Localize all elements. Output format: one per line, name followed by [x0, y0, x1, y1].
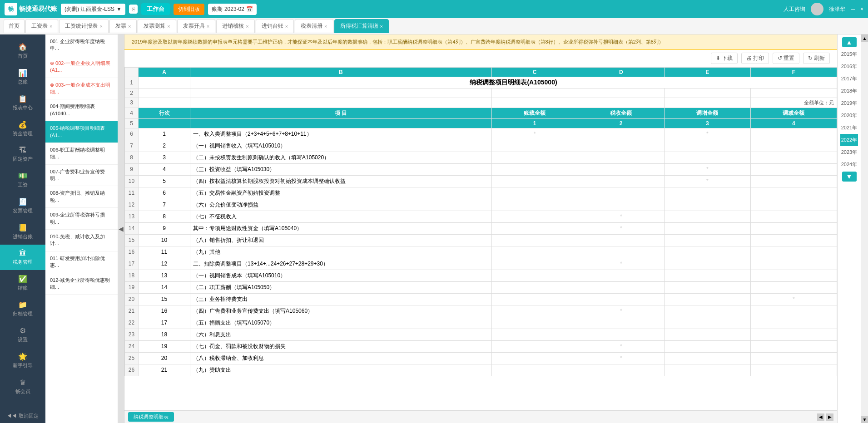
cell-d-11[interactable]: [578, 187, 664, 199]
cell-c-17[interactable]: [491, 258, 578, 270]
year-item-2019年[interactable]: 2019年: [840, 97, 858, 109]
cell-f-9[interactable]: [750, 163, 837, 175]
tab-income-tax[interactable]: 所得税汇算清缴 ×: [334, 19, 389, 33]
cell-d-10[interactable]: [578, 175, 664, 187]
cell-a-17[interactable]: 12: [139, 258, 190, 270]
cell-d-18[interactable]: [578, 270, 664, 281]
cell-d-15[interactable]: [578, 234, 664, 246]
cell-d-26[interactable]: [578, 364, 664, 376]
year-item-2015年[interactable]: 2015年: [840, 48, 858, 60]
year-item-2022年[interactable]: 2022年: [840, 134, 858, 146]
cell-d-20[interactable]: [578, 293, 664, 305]
cell-f-16[interactable]: [750, 246, 837, 258]
cell-b-15[interactable]: （八）销售折扣、折让和退回: [190, 234, 491, 246]
year-item-2018年[interactable]: 2018年: [840, 85, 858, 97]
cell-f-23[interactable]: [750, 329, 837, 340]
cell-a-23[interactable]: 18: [139, 329, 190, 340]
cell-c-26[interactable]: [491, 364, 578, 376]
company-selector[interactable]: (勿删) 江西股金-LSS ▼: [61, 4, 125, 15]
sidebar-item-invoice-mgmt[interactable]: 🧾 发票管理: [0, 193, 45, 219]
cell-b-18[interactable]: （一）视同销售成本（填写A105010）: [190, 270, 491, 281]
cell-a-15[interactable]: 10: [139, 234, 190, 246]
sidebar-item-tax[interactable]: 🏛 税务管理: [0, 245, 45, 270]
cell-d-21[interactable]: *: [578, 305, 664, 317]
cell-a-7[interactable]: 2: [139, 140, 190, 152]
year-item-2017年[interactable]: 2017年: [840, 73, 858, 85]
cell-a-24[interactable]: 19: [139, 340, 190, 352]
cell-e-17[interactable]: [664, 258, 750, 270]
sidebar-item-ledger[interactable]: 📊 总账: [0, 64, 45, 90]
list-item-001[interactable]: 001-企业所得税年度纳税申...: [45, 34, 118, 56]
cell-a-9[interactable]: 4: [139, 163, 190, 175]
cell-e-20[interactable]: [664, 293, 750, 305]
sidebar-item-archive[interactable]: 📁 归档管理: [0, 296, 45, 322]
cell-f-26[interactable]: [750, 364, 837, 376]
cell-f-6[interactable]: [750, 128, 837, 140]
cell-f-21[interactable]: [750, 305, 837, 317]
list-item-007[interactable]: 007-广告费和业务宣传费明...: [45, 165, 118, 187]
cell-c-15[interactable]: [491, 234, 578, 246]
sidebar-item-member[interactable]: ♛ 畅会员: [0, 374, 45, 399]
sidebar-item-close-books[interactable]: ✅ 结账: [0, 270, 45, 296]
cell-a-18[interactable]: 13: [139, 270, 190, 281]
year-item-2020年[interactable]: 2020年: [840, 109, 858, 122]
cell-e-9[interactable]: *: [664, 163, 750, 175]
cell-c-10[interactable]: [491, 175, 578, 187]
cell-f-12[interactable]: [750, 199, 837, 211]
cell-e-15[interactable]: [664, 234, 750, 246]
cell-c-23[interactable]: [491, 329, 578, 340]
tab-invoice-issue[interactable]: 发票开具 ×: [177, 19, 215, 33]
tab-invoice-issue-close[interactable]: ×: [207, 24, 209, 29]
cell-f-14[interactable]: [750, 222, 837, 234]
support-link[interactable]: 人工咨询: [784, 5, 805, 13]
window-minimize[interactable]: ─: [851, 6, 855, 12]
cell-d-24[interactable]: *: [578, 340, 664, 352]
panel-collapse-button[interactable]: ◀: [118, 34, 124, 423]
tab-invoice-calc[interactable]: 发票测算 ×: [138, 19, 176, 33]
cell-f-18[interactable]: [750, 270, 837, 281]
cell-b-20[interactable]: （三）业务招待费支出: [190, 293, 491, 305]
cell-e-12[interactable]: [664, 199, 750, 211]
cell-b-13[interactable]: （七）不征税收入: [190, 211, 491, 222]
cell-a-8[interactable]: 3: [139, 152, 190, 163]
year-item-2021年[interactable]: 2021年: [840, 122, 858, 134]
cell-e-14[interactable]: [664, 222, 750, 234]
tab-tax-list-close[interactable]: ×: [324, 24, 327, 29]
cell-d-8[interactable]: [578, 152, 664, 163]
cell-b-6[interactable]: 一、收入类调整项目（2+3+4+5+6+7+8+10+11）: [190, 128, 491, 140]
cell-a-19[interactable]: 14: [139, 281, 190, 293]
cell-d-14[interactable]: *: [578, 222, 664, 234]
year-item-2024年[interactable]: 2024年: [840, 158, 858, 171]
cell-d-12[interactable]: [578, 199, 664, 211]
cell-c-6[interactable]: *: [491, 128, 578, 140]
cell-e-24[interactable]: [664, 340, 750, 352]
cell-e-13[interactable]: [664, 211, 750, 222]
tab-sales-check-close[interactable]: ×: [246, 24, 248, 29]
window-close[interactable]: ×: [860, 6, 863, 12]
cell-d-9[interactable]: [578, 163, 664, 175]
cell-d-6[interactable]: [578, 128, 664, 140]
list-item-009[interactable]: 009-企业所得税弥补亏损明...: [45, 208, 118, 230]
scroll-right-button[interactable]: ▶: [826, 413, 833, 421]
cell-d-17[interactable]: *: [578, 258, 664, 270]
list-item-010[interactable]: 010-免税、减计收入及加计...: [45, 230, 118, 251]
cell-e-16[interactable]: [664, 246, 750, 258]
list-item-005[interactable]: 005-纳税调整项目明细表(A1...: [45, 121, 118, 143]
cell-f-11[interactable]: [750, 187, 837, 199]
cell-d-16[interactable]: [578, 246, 664, 258]
cell-a-26[interactable]: 21: [139, 364, 190, 376]
sidebar-item-guide[interactable]: 🌟 新手引导: [0, 348, 45, 374]
cell-f-15[interactable]: [750, 234, 837, 246]
cell-f-7[interactable]: [750, 140, 837, 152]
cell-e-8[interactable]: [664, 152, 750, 163]
period-selector[interactable]: 账期 2023-02 📅: [208, 4, 257, 15]
tab-salary[interactable]: 工资表 ×: [25, 19, 58, 33]
cell-c-25[interactable]: [491, 352, 578, 364]
cell-b-10[interactable]: （四）按权益法核算长期股权投资对初始投资成本调整确认收益: [190, 175, 491, 187]
tab-invoice-close[interactable]: ×: [128, 24, 131, 29]
cell-a-12[interactable]: 7: [139, 199, 190, 211]
tab-home[interactable]: 首页: [4, 19, 25, 33]
cell-b-17[interactable]: 二、扣除类调整项目（13+14+...24+26+27+28+29+30）: [190, 258, 491, 270]
sidebar-item-funds[interactable]: 💰 资金管理: [0, 116, 45, 142]
table-container[interactable]: A B C D E F 1纳税调整项目明细表(A105000)23全额单位：元4…: [124, 67, 837, 411]
